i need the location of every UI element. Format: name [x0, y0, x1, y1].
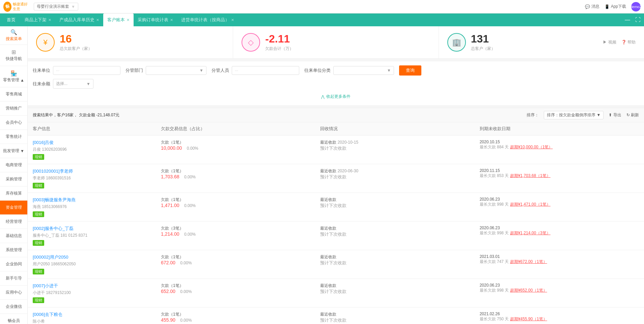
collection-cell: 最近收款 预计下次收款 [320, 197, 479, 209]
customer-info-cell: [0001020001]李老师 李老师 18600391516 现销 [33, 168, 161, 188]
export-button[interactable]: ⬆ 导出 [609, 112, 621, 118]
last-collection-label: 最近收款 [320, 197, 336, 202]
collection-cell: 最近收款 预计下次收款 [320, 283, 479, 295]
sidebar-item-marketing[interactable]: 营销推广 [0, 101, 27, 116]
person-input[interactable]: ··· [232, 66, 299, 75]
sidebar-item-beginner-guide[interactable]: 新手引导 [0, 271, 27, 286]
unit-type-select[interactable]: ▼ [333, 66, 394, 75]
minimize-icon[interactable]: — [623, 17, 632, 23]
close-icon[interactable]: ✕ [231, 18, 234, 22]
sidebar-item-retail-stats[interactable]: 零售统计 [0, 130, 27, 144]
sort-select[interactable]: 排序：按欠款金额倒序排序 ▼ [544, 111, 604, 119]
overdue-days: 最长欠款 884 天 [480, 145, 510, 149]
sidebar-item-retail-mall[interactable]: 零售商城 [0, 87, 27, 101]
debt-amount: 455.90 [161, 317, 175, 323]
filter-area: 往来单位 ··· 分管部门 ▼ 分管人员 ··· [28, 61, 644, 105]
sidebar-item-enterprise-collab[interactable]: 企业协同 [0, 257, 27, 271]
table-row: [0006]去下粮仓 陈小希 现销 欠款（1笔） 455.90 0.00% 最近… [28, 307, 644, 324]
sidebar-item-ecommerce[interactable]: 电商管理 [0, 158, 27, 172]
table-row: [0001020001]李老师 李老师 18600391516 现销 欠款（1笔… [28, 164, 644, 193]
sidebar-item-member-center[interactable]: 会员中心 [0, 116, 27, 130]
sidebar-item-retail-mgmt[interactable]: 🏪 零售管理 ▲ [0, 66, 27, 87]
balance-select[interactable]: 选择... ▼ [53, 79, 93, 89]
debt-info-cell: 欠款（3笔） 1,214.00 0.00% [161, 226, 320, 237]
sidebar-item-changhui-member[interactable]: 畅会员 [0, 314, 27, 324]
user-avatar[interactable]: demo2 [631, 2, 641, 11]
tab-purchase-order-stats[interactable]: 采购订单统计表 ✕ [134, 13, 177, 26]
filter-dept: 分管部门 ▼ [125, 66, 206, 75]
col-header-overdue: 到期未收款日期 [480, 126, 639, 132]
sidebar-item-operations[interactable]: 经营管理 [0, 215, 27, 229]
overdue-detail-link[interactable]: 超期¥1,471.00（1笔） [510, 202, 551, 207]
sidebar-item-basic-info[interactable]: 基础信息 [0, 229, 27, 243]
tab-customer-account[interactable]: 客户账本 ✕ [103, 13, 134, 26]
sidebar-item-enterprise-wechat[interactable]: 企业微信 [0, 300, 27, 314]
customer-name-link[interactable]: [000002]用户2050 [33, 255, 68, 260]
stat-icon-debtors: ¥ [36, 33, 55, 52]
search-button[interactable]: 查询 [399, 65, 421, 76]
close-icon[interactable]: ✕ [127, 18, 130, 22]
sidebar-item-purchase[interactable]: 采购管理 [0, 172, 27, 186]
customer-name-link[interactable]: [0016]吕俊 [33, 140, 54, 145]
refresh-button[interactable]: ↻ 刷新 [626, 112, 639, 118]
result-actions: 排序： 排序：按欠款金额倒序排序 ▼ ⬆ 导出 ↻ 刷新 [527, 111, 639, 119]
customer-name-link[interactable]: [0002]服务中心_丁磊 [33, 226, 74, 231]
tab-product-listing[interactable]: 商品上下架 ✕ [21, 13, 55, 26]
overdue-detail-link[interactable]: 超期¥672.00（1笔） [510, 259, 547, 264]
app-download-button[interactable]: 📱 App下载 [605, 4, 626, 9]
sidebar-item-search[interactable]: 🔍 搜索菜单 [0, 26, 27, 45]
close-icon[interactable]: ✕ [96, 18, 99, 22]
debt-info-cell: 欠款（1笔） 10,000.00 0.00% [161, 140, 320, 151]
debt-amount: 1,214.00 [161, 231, 179, 237]
customer-contact: 李老师 18600391516 [33, 175, 161, 181]
main-layout: 🔍 搜索菜单 ⊞ 快捷导航 🏪 零售管理 ▲ 零售商城 营销推广 会员中心 零售… [0, 26, 644, 324]
debt-desc: 欠款（1笔） [161, 283, 320, 289]
sidebar-item-inventory[interactable]: 库存核算 [0, 186, 27, 201]
chevron-down-icon: ▼ [387, 68, 391, 73]
overdue-cell: 2020.10.15 最长欠款 884 天 超期¥10,000.00（1笔） [480, 140, 639, 150]
help-button[interactable]: ❓ 帮助 [621, 39, 636, 45]
customer-tag: 现销 [33, 269, 44, 274]
sidebar-item-wholesale-mgmt[interactable]: 批发管理 ▼ [0, 144, 27, 158]
tab-inbound-stats[interactable]: 进货单统计表（按商品） ✕ [177, 13, 238, 26]
video-button[interactable]: ▶ 视频 [603, 39, 616, 45]
customer-name-link[interactable]: [0001020001]李老师 [33, 169, 73, 174]
next-collection: 预计下次收款 [320, 231, 479, 237]
close-icon[interactable]: ✕ [170, 18, 173, 22]
filter-from-unit: 往来单位 ··· [33, 66, 120, 75]
collection-cell: 最近收款 预计下次收款 [320, 254, 479, 266]
overdue-detail-link[interactable]: 超期¥10,000.00（1笔） [510, 145, 553, 149]
stat-icon-debt: ◇ [242, 33, 260, 52]
sidebar-item-capital[interactable]: 资金管理 [0, 201, 27, 215]
from-unit-input[interactable]: ··· [53, 66, 120, 75]
customer-contact: 用户2050 18665062050 [33, 261, 161, 267]
result-info: 搜索结果中，客户16家， 欠款金额 -21,148.07元 [33, 112, 119, 118]
tab-inbound-history[interactable]: 产成品入库单历史 ✕ [55, 13, 103, 26]
debt-desc: 欠款（3笔） [161, 226, 320, 231]
overdue-days: 最长欠款 998 天 [480, 231, 510, 235]
dept-label: 分管部门 [125, 67, 143, 73]
help-icon: ❓ [621, 40, 626, 45]
tab-home[interactable]: 首页 [2, 13, 21, 26]
overdue-detail-link[interactable]: 超期¥652.00（1笔） [510, 288, 547, 293]
overdue-date: 2021.03.01 [480, 254, 639, 259]
sidebar-item-system[interactable]: 系统管理 [0, 243, 27, 257]
chevron-down-icon: ▼ [199, 68, 203, 73]
customer-name-link[interactable]: [0003]畅捷服务尹海燕 [33, 197, 76, 202]
collapse-filter-button[interactable]: ⋀ 收起更多条件 [33, 92, 639, 101]
sidebar-item-app-center[interactable]: 应用中心 [0, 286, 27, 300]
customer-name-link[interactable]: [0006]去下粮仓 [33, 312, 62, 317]
overdue-days: 最长欠款 998 天 [480, 288, 510, 293]
video-icon: ▶ [603, 40, 607, 45]
overdue-detail-link[interactable]: 超期¥1,703.68（1笔） [510, 173, 551, 178]
customer-name-link[interactable]: [0007]小进干 [33, 283, 58, 288]
close-icon[interactable]: ✕ [48, 18, 51, 22]
overdue-detail-link[interactable]: 超期¥1,214.00（3笔） [510, 231, 551, 235]
industry-selector[interactable]: 母婴行业演示账套 ▼ [34, 3, 78, 10]
overdue-detail-link[interactable]: 超期¥455.90（1笔） [510, 317, 547, 321]
maximize-icon[interactable]: ⛶ [634, 17, 642, 23]
dept-select[interactable]: ▼ [146, 66, 206, 75]
sidebar-item-quick-nav[interactable]: ⊞ 快捷导航 [0, 45, 27, 66]
message-button[interactable]: 💬 消息 [585, 4, 599, 9]
overdue-days: 最长欠款 747 天 [480, 259, 510, 264]
